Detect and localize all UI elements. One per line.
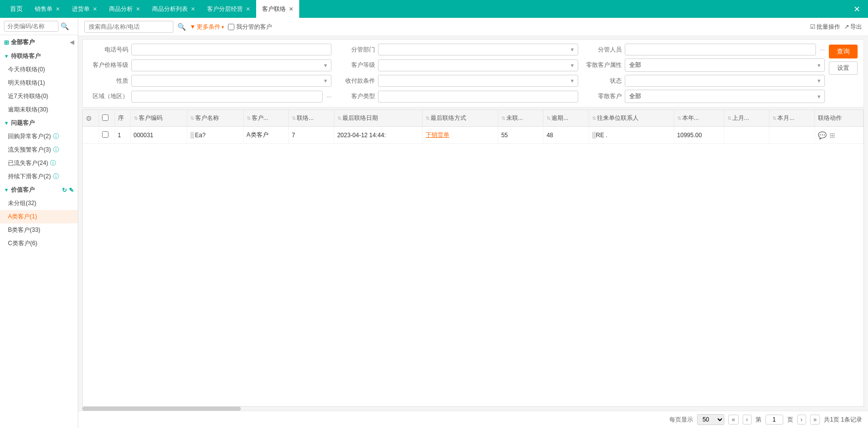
nav-tab-purchase[interactable]: 进货单 ✕: [66, 0, 103, 18]
th-this-month[interactable]: ⇅本月...: [769, 110, 815, 127]
page-number-input[interactable]: [765, 415, 783, 425]
td-gear: [83, 127, 99, 144]
value-arrow-icon: ▼: [4, 187, 9, 193]
sidebar-item-abnormal-repurchase[interactable]: 回购异常客户(2) ⓘ: [0, 130, 78, 143]
td-contact-person: RE .: [589, 127, 674, 144]
refresh-icon[interactable]: ↻: [62, 187, 67, 194]
filter-search-icon[interactable]: 🔍: [177, 23, 186, 31]
sidebar-search-icon[interactable]: 🔍: [60, 22, 69, 30]
customer-type-input[interactable]: [378, 91, 578, 103]
sidebar-item-overdue[interactable]: 逾期未联络(30): [0, 103, 78, 116]
price-level-select[interactable]: [131, 59, 331, 71]
table-settings-icon[interactable]: ⚙: [86, 114, 92, 122]
manager-input[interactable]: [625, 44, 816, 55]
sidebar-item-class-b[interactable]: B类客户(33): [0, 223, 78, 237]
sidebar-item-churn-warning[interactable]: 流失预警客户(3) ⓘ: [0, 143, 78, 157]
row-action-qr-icon[interactable]: ⊞: [829, 131, 835, 139]
customer-level-select[interactable]: [378, 59, 578, 71]
th-customer-level[interactable]: ⇅客户...: [243, 110, 289, 127]
window-close-icon[interactable]: ✕: [850, 4, 864, 14]
next-page-button[interactable]: ›: [797, 415, 806, 425]
close-sales-tab-icon[interactable]: ✕: [55, 6, 60, 12]
nav-tab-product-analysis[interactable]: 商品分析 ✕: [103, 0, 146, 18]
filter-more-arrow-icon: ▾: [221, 24, 224, 30]
nav-tab-customer-contact[interactable]: 客户联络 ✕: [256, 0, 299, 18]
sidebar-all-customers-header[interactable]: ⊞ 全部客户 ◀: [0, 35, 78, 50]
price-level-chevron-icon: [324, 62, 327, 69]
filter-field-retail: 零散客户 全部: [582, 90, 825, 103]
sidebar-item-today[interactable]: 今天待联络(0): [0, 63, 78, 76]
query-button[interactable]: 查询: [829, 45, 858, 58]
row-checkbox[interactable]: [102, 131, 108, 138]
advanced-filter: 电话号码 分管部门 分管人员: [82, 39, 864, 107]
td-last-month: [724, 127, 769, 144]
sidebar-item-class-a[interactable]: A类客户(1): [0, 210, 78, 223]
th-last-month[interactable]: ⇅上月...: [724, 110, 769, 127]
td-name: Ea?: [187, 127, 243, 144]
my-customers-checkbox[interactable]: [228, 24, 234, 30]
top-nav: 首页 销售单 ✕ 进货单 ✕ 商品分析 ✕ 商品分析列表 ✕ 客户分层经营 ✕ …: [0, 0, 868, 18]
sidebar-collapse-icon[interactable]: ◀: [70, 39, 74, 46]
select-all-checkbox[interactable]: [102, 114, 108, 121]
status-select[interactable]: [625, 75, 825, 87]
th-customer-name[interactable]: ⇅客户名称: [187, 110, 243, 127]
my-customers-filter: 我分管的客户: [228, 23, 272, 31]
retail-chevron-icon: [817, 93, 820, 100]
horizontal-scrollbar[interactable]: [82, 407, 864, 411]
row-action-comment-icon[interactable]: 💬: [818, 131, 826, 139]
close-product-analysis-list-tab-icon[interactable]: ✕: [191, 6, 195, 12]
sidebar-item-ungrouped[interactable]: 未分组(32): [0, 197, 78, 210]
nature-select[interactable]: [131, 75, 331, 87]
manager-dots-icon[interactable]: ···: [820, 46, 825, 53]
filter-search-input[interactable]: [84, 21, 173, 33]
td-last-contact-method[interactable]: 下销货单: [423, 127, 498, 144]
data-table: ⚙ 序 ⇅客户编码 ⇅客户名称 ⇅客户... ⇅联络... ⇅最后联络日期 ⇅最…: [83, 110, 864, 144]
retail-attr-select[interactable]: 全部: [625, 58, 825, 72]
sidebar-item-7days[interactable]: 近7天待联络(0): [0, 90, 78, 103]
sidebar-item-declining[interactable]: 持续下滑客户(2) ⓘ: [0, 170, 78, 183]
filter-more-conditions[interactable]: ▼ 更多条件 ▾: [190, 23, 224, 31]
price-level-label: 客户价格等级: [89, 61, 128, 69]
close-customer-tier-tab-icon[interactable]: ✕: [246, 6, 250, 12]
close-product-analysis-tab-icon[interactable]: ✕: [136, 6, 140, 12]
sidebar-search-input[interactable]: [4, 21, 58, 32]
nav-tab-sales[interactable]: 销售单 ✕: [29, 0, 66, 18]
th-seq: 序: [114, 110, 130, 127]
content-area: 🔍 ▼ 更多条件 ▾ 我分管的客户 ☑ 批量操作 ↗ 导出: [78, 18, 868, 428]
sidebar-item-tomorrow[interactable]: 明天待联络(1): [0, 76, 78, 90]
export-button[interactable]: ↗ 导出: [844, 23, 862, 31]
nav-tab-customer-tier[interactable]: 客户分层经营 ✕: [201, 0, 256, 18]
scrollbar-thumb[interactable]: [82, 407, 241, 411]
region-input[interactable]: [131, 91, 323, 103]
close-purchase-tab-icon[interactable]: ✕: [93, 6, 97, 12]
close-customer-contact-tab-icon[interactable]: ✕: [289, 6, 293, 12]
page-size-select[interactable]: 50 10 20 100: [697, 414, 724, 425]
region-dots-icon[interactable]: ···: [326, 93, 331, 100]
th-last-contact-date[interactable]: ⇅最后联络日期: [334, 110, 422, 127]
last-page-button[interactable]: »: [810, 415, 820, 425]
first-page-button[interactable]: «: [728, 415, 739, 425]
info-icon-declining: ⓘ: [53, 172, 59, 181]
th-customer-code[interactable]: ⇅客户编码: [130, 110, 187, 127]
sidebar-item-class-c[interactable]: C类客户(6): [0, 237, 78, 250]
th-uncontacted[interactable]: ⇅未联...: [498, 110, 543, 127]
setting-button[interactable]: 设置: [829, 61, 858, 75]
prev-page-button[interactable]: ‹: [743, 415, 752, 425]
sidebar-item-churned[interactable]: 已流失客户(24) ⓘ: [0, 157, 78, 170]
th-contact-count[interactable]: ⇅联络...: [289, 110, 334, 127]
nav-tab-product-analysis-list[interactable]: 商品分析列表 ✕: [146, 0, 201, 18]
sidebar-problem-customers-header[interactable]: ▼ 问题客户: [0, 116, 78, 130]
edit-icon[interactable]: ✎: [69, 187, 74, 194]
batch-op-button[interactable]: ☑ 批量操作: [810, 23, 840, 31]
retail-attr-chevron-icon: [817, 62, 820, 69]
th-overdue[interactable]: ⇅逾期...: [543, 110, 589, 127]
phone-input[interactable]: [131, 44, 331, 55]
payment-select[interactable]: [378, 75, 578, 87]
retail-select[interactable]: 全部: [625, 90, 825, 103]
dept-select[interactable]: [378, 44, 578, 55]
th-last-contact-method[interactable]: ⇅最后联络方式: [423, 110, 498, 127]
nav-home[interactable]: 首页: [4, 0, 29, 18]
sidebar-pending-contact-header[interactable]: ▼ 待联络客户: [0, 50, 78, 63]
th-contact-person[interactable]: ⇅往来单位联系人: [589, 110, 674, 127]
th-this-year[interactable]: ⇅本年...: [674, 110, 724, 127]
